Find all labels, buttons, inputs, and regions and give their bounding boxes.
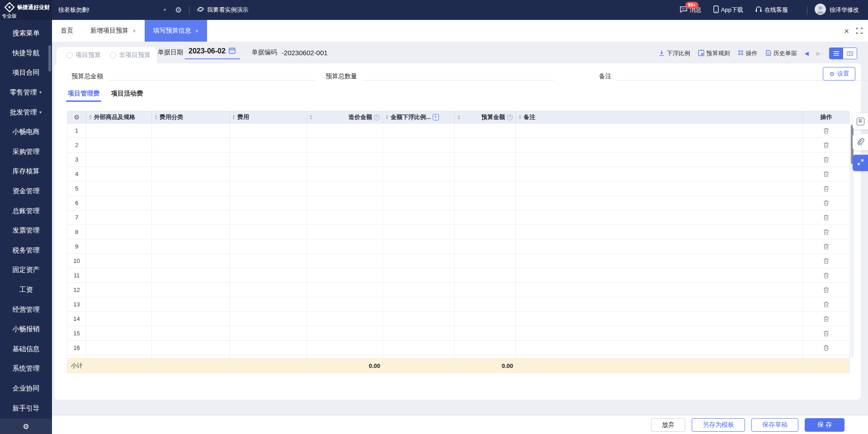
app-download-button[interactable]: App下载 — [713, 5, 743, 14]
expand-button[interactable] — [853, 155, 868, 171]
grid-cell[interactable] — [516, 297, 803, 311]
grid-cell[interactable] — [307, 312, 383, 326]
grid-cell[interactable] — [86, 124, 152, 138]
grid-cell[interactable] — [230, 283, 307, 297]
grid-cell[interactable] — [307, 268, 383, 282]
grid-cell[interactable] — [230, 196, 307, 210]
grid-cell[interactable] — [86, 181, 152, 196]
grid-cell[interactable] — [383, 181, 455, 196]
total-amount-input[interactable] — [108, 71, 316, 81]
grid-cell[interactable] — [383, 268, 455, 282]
edit-icon[interactable]: ✎ — [433, 114, 439, 120]
sidebar-item-7[interactable]: 采购管理 — [0, 142, 52, 162]
delete-row-icon[interactable] — [823, 171, 829, 177]
radio-project-budget[interactable]: 项目预算 — [66, 51, 101, 59]
prev-arrow-icon[interactable]: ◀ — [805, 50, 809, 57]
delete-row-icon[interactable] — [823, 243, 829, 250]
messages-button[interactable]: 消息 99+ — [679, 6, 702, 14]
grid-cell[interactable] — [516, 196, 803, 210]
settings-button[interactable]: ⚙ 设置 — [823, 67, 855, 81]
grid-cell[interactable] — [455, 196, 516, 210]
split-view-button[interactable] — [843, 48, 857, 59]
grid-cell[interactable] — [455, 124, 516, 138]
grid-cell[interactable] — [86, 283, 152, 297]
grid-cell[interactable] — [516, 138, 803, 152]
grid-cell[interactable] — [383, 138, 455, 152]
grid-cell[interactable] — [86, 268, 152, 282]
delete-row-icon[interactable] — [823, 229, 829, 235]
grid-cell[interactable] — [383, 225, 455, 239]
grid-cell[interactable] — [307, 283, 383, 297]
sidebar-settings-button[interactable]: ⚙ — [0, 419, 52, 434]
grid-cell[interactable] — [86, 138, 152, 152]
grid-cell[interactable] — [152, 312, 230, 326]
grid-cell[interactable] — [152, 210, 230, 224]
date-input[interactable]: 2023-06-02 — [185, 46, 240, 59]
grid-cell[interactable] — [307, 297, 383, 311]
help-icon[interactable]: ? — [507, 114, 513, 120]
total-qty-input[interactable] — [363, 71, 554, 81]
grid-cell[interactable] — [230, 153, 307, 167]
delete-row-icon[interactable] — [823, 200, 829, 206]
grid-cell[interactable] — [516, 268, 803, 282]
grid-cell[interactable] — [230, 138, 307, 152]
delete-row-icon[interactable] — [823, 258, 829, 264]
sidebar-item-10[interactable]: 总账管理 — [0, 201, 52, 221]
sub-tab-2[interactable]: 项目活动费 — [111, 90, 143, 102]
grid-cell[interactable] — [307, 196, 383, 210]
attachment-button[interactable] — [853, 134, 868, 150]
grid-cell[interactable] — [152, 326, 230, 340]
grid-cell[interactable] — [230, 181, 307, 196]
grid-cell[interactable] — [516, 239, 803, 253]
sort-icon[interactable] — [519, 114, 521, 121]
grid-cell[interactable] — [86, 239, 152, 253]
sub-tab-1[interactable]: 项目管理费 — [68, 90, 99, 102]
column-header-2[interactable]: 费用分类 — [152, 111, 230, 123]
sidebar-item-18[interactable]: 系统管理 — [0, 359, 52, 379]
grid-cell[interactable] — [383, 167, 455, 181]
grid-cell[interactable] — [455, 268, 516, 282]
grid-cell[interactable] — [383, 254, 455, 268]
grid-cell[interactable] — [307, 153, 383, 167]
user-menu[interactable]: 徐泽华修改 — [815, 4, 859, 16]
gear-icon[interactable]: ⚙ — [175, 5, 182, 15]
toolbar-history-doc-button[interactable]: 历史单据 — [765, 49, 797, 57]
grid-cell[interactable] — [152, 225, 230, 239]
grid-cell[interactable] — [152, 254, 230, 268]
sidebar-item-12[interactable]: 税务管理 — [0, 241, 52, 261]
sidebar-item-9[interactable]: 资金管理 — [0, 181, 52, 201]
grid-cell[interactable] — [307, 210, 383, 224]
grid-cell[interactable] — [230, 254, 307, 268]
grid-cell[interactable] — [230, 341, 307, 355]
sort-icon[interactable] — [232, 114, 235, 121]
sort-icon[interactable] — [310, 114, 312, 121]
grid-cell[interactable] — [230, 167, 307, 181]
grid-cell[interactable] — [455, 138, 516, 152]
grid-cell[interactable] — [152, 341, 230, 355]
column-header-7[interactable]: 备注 — [516, 111, 803, 123]
grid-cell[interactable] — [516, 210, 803, 224]
grid-cell[interactable] — [383, 312, 455, 326]
grid-cell[interactable] — [516, 312, 803, 326]
sidebar-item-3[interactable]: 项目合同 — [0, 63, 52, 83]
grid-cell[interactable] — [152, 239, 230, 253]
grid-cell[interactable] — [152, 268, 230, 282]
grid-cell[interactable] — [230, 312, 307, 326]
grid-cell[interactable] — [516, 254, 803, 268]
list-view-button[interactable] — [830, 48, 843, 59]
grid-cell[interactable] — [455, 283, 516, 297]
calendar-icon[interactable] — [229, 47, 236, 55]
grid-cell[interactable] — [230, 239, 307, 253]
sidebar-item-15[interactable]: 经营管理 — [0, 300, 52, 320]
sidebar-item-8[interactable]: 库存核算 — [0, 162, 52, 181]
grid-cell[interactable] — [516, 167, 803, 181]
sidebar-item-5[interactable]: 批发管理▼ — [0, 102, 52, 122]
grid-cell[interactable] — [230, 268, 307, 282]
grid-cell[interactable] — [455, 167, 516, 181]
grid-cell[interactable] — [152, 283, 230, 297]
grid-cell[interactable] — [307, 326, 383, 340]
tab-1[interactable]: 首页 — [52, 20, 82, 42]
grid-cell[interactable] — [86, 341, 152, 355]
save-as-template-button[interactable]: 另存为模板 — [692, 418, 745, 432]
sort-icon[interactable] — [458, 114, 460, 121]
